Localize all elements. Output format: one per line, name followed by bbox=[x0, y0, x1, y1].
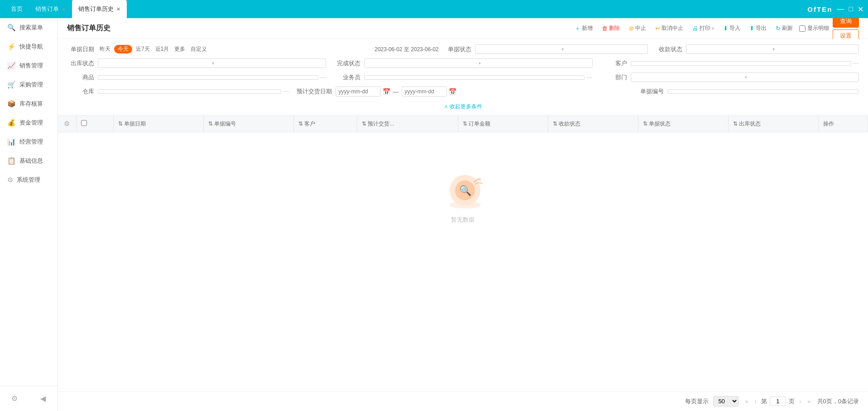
delivery-date-end-cal[interactable]: 📅 bbox=[449, 88, 456, 95]
salesperson-select[interactable] bbox=[364, 75, 585, 80]
window-minimize[interactable]: — bbox=[837, 5, 844, 13]
collapse-conditions[interactable]: ∧ 收起更多条件 bbox=[67, 101, 859, 112]
warehouse-select[interactable] bbox=[98, 89, 281, 94]
customer-select[interactable] bbox=[631, 61, 851, 66]
doc-no-input[interactable] bbox=[667, 89, 859, 94]
col-date-header[interactable]: ⇅ 单据日期 bbox=[113, 116, 203, 132]
sort-customer[interactable]: ⇅ 客户 bbox=[298, 120, 353, 128]
filter-item-date: 单据日期 昨天 今天 近7天 近1月 更多 自定义 bbox=[67, 45, 373, 53]
import-button[interactable]: ⬇ 导入 bbox=[720, 23, 743, 34]
goods-dots[interactable]: ··· bbox=[320, 73, 326, 82]
complete-status-label: 完成状态 bbox=[333, 59, 360, 68]
col-doc-no-header[interactable]: ⇅ 单据编号 bbox=[203, 116, 293, 132]
dept-select[interactable]: ▾ bbox=[631, 73, 859, 82]
sort-amount[interactable]: ⇅ 订单金额 bbox=[463, 120, 543, 128]
new-icon: ＋ bbox=[575, 24, 580, 33]
date-btn-yesterday[interactable]: 昨天 bbox=[98, 45, 112, 53]
filter-row-3: 商品 ··· 业务员 ··· 部门 bbox=[67, 73, 859, 82]
delivery-date-end[interactable] bbox=[402, 87, 447, 97]
doc-status-select[interactable]: ▾ bbox=[475, 44, 648, 54]
per-page-select[interactable]: 50 10 20 100 bbox=[713, 396, 739, 406]
sort-date[interactable]: ⇅ 单据日期 bbox=[118, 120, 199, 128]
select-all-checkbox[interactable] bbox=[81, 120, 87, 126]
cancel-stop-button[interactable]: ↩ 取消中止 bbox=[652, 23, 686, 34]
delivery-date-control: 📅 — 📅 bbox=[336, 87, 630, 97]
page-last-btn[interactable]: » bbox=[806, 397, 812, 406]
new-button[interactable]: ＋ 新增 bbox=[572, 23, 595, 34]
dept-label: 部门 bbox=[600, 73, 627, 82]
sidebar-item-sys-mgmt[interactable]: ⚙ 系统管理 bbox=[0, 170, 58, 189]
sidebar-item-sales-mgmt[interactable]: 📈 销售管理 bbox=[0, 56, 58, 75]
sidebar-item-inventory[interactable]: 📦 库存核算 bbox=[0, 94, 58, 113]
receipt-status-select[interactable]: ▾ bbox=[686, 44, 859, 54]
page-next-btn[interactable]: › bbox=[797, 397, 803, 406]
delivery-date-start-cal[interactable]: 📅 bbox=[383, 88, 390, 95]
page-first-btn[interactable]: « bbox=[743, 397, 750, 406]
date-btn-more[interactable]: 更多 bbox=[173, 45, 187, 53]
sidebar-item-finance[interactable]: 💰 资金管理 bbox=[0, 113, 58, 132]
goods-select[interactable] bbox=[98, 75, 318, 80]
filter-item-salesperson: 业务员 ··· bbox=[333, 73, 592, 82]
empty-image: 🔍 bbox=[442, 169, 483, 209]
sort-doc-no[interactable]: ⇅ 单据编号 bbox=[208, 120, 289, 128]
sidebar-item-search-menu[interactable]: 🔍 搜索菜单 bbox=[0, 18, 58, 37]
sidebar-item-purchase-mgmt[interactable]: 🛒 采购管理 bbox=[0, 75, 58, 94]
col-receipt-status-header[interactable]: ⇅ 收款状态 bbox=[548, 116, 638, 132]
operations-icon: 📊 bbox=[7, 138, 16, 146]
col-customer-text: 客户 bbox=[304, 120, 315, 128]
print-button[interactable]: 🖨 打印 ▾ bbox=[690, 23, 717, 34]
warehouse-dots[interactable]: ··· bbox=[283, 87, 289, 96]
window-close[interactable]: ✕ bbox=[858, 5, 863, 14]
col-date-label: ⇅ bbox=[118, 121, 123, 127]
sidebar-settings-btn[interactable]: ⚙ bbox=[0, 391, 29, 406]
empty-state: 🔍 暂无数据 bbox=[58, 132, 868, 260]
tab-sales-history[interactable]: 销售订单历史 ✕ bbox=[72, 0, 127, 18]
col-warehouse-status-header[interactable]: ⇅ 出库状态 bbox=[728, 116, 818, 132]
page-number-input[interactable] bbox=[770, 396, 786, 406]
sort-delivery[interactable]: ⇅ 预计交货... bbox=[362, 120, 453, 128]
sidebar-item-operations[interactable]: 📊 经营管理 bbox=[0, 132, 58, 151]
salesperson-dots[interactable]: ··· bbox=[586, 73, 592, 82]
col-doc-status-header[interactable]: ⇅ 单据状态 bbox=[638, 116, 729, 132]
delete-button[interactable]: 🗑 删除 bbox=[599, 23, 623, 34]
table-footer: 每页显示 50 10 20 100 « ‹ 第 页 › » 共0页，0条记录 bbox=[58, 391, 868, 411]
show-detail-checkbox[interactable] bbox=[799, 25, 806, 32]
col-doc-no-sort: ⇅ bbox=[208, 121, 213, 127]
refresh-button[interactable]: ↻ 刷新 bbox=[773, 23, 796, 34]
tab-sales-order[interactable]: 销售订单 ✕ bbox=[29, 0, 72, 18]
tab-sales-history-close[interactable]: ✕ bbox=[116, 6, 120, 12]
sidebar-item-quick-nav[interactable]: ⚡ 快捷导航 bbox=[0, 37, 58, 56]
col-receipt-sort: ⇅ bbox=[553, 121, 557, 127]
customer-dots[interactable]: ··· bbox=[853, 59, 859, 68]
date-btn-custom[interactable]: 自定义 bbox=[189, 45, 209, 53]
date-btn-1month[interactable]: 近1月 bbox=[153, 45, 171, 53]
sort-receipt-status[interactable]: ⇅ 收款状态 bbox=[553, 120, 633, 128]
tab-sales-order-close[interactable]: ✕ bbox=[62, 6, 66, 12]
col-customer-header[interactable]: ⇅ 客户 bbox=[293, 116, 357, 132]
tab-home[interactable]: 首页 bbox=[5, 0, 29, 18]
col-amount-header[interactable]: ⇅ 订单金额 bbox=[458, 116, 548, 132]
date-buttons: 昨天 今天 近7天 近1月 更多 自定义 bbox=[98, 45, 209, 53]
delivery-date-label: 预计交货日期 bbox=[297, 87, 332, 96]
sort-warehouse-status[interactable]: ⇅ 出库状态 bbox=[733, 120, 814, 128]
query-button[interactable]: 查询 bbox=[833, 18, 859, 28]
sidebar-item-basic-info[interactable]: 📋 基础信息 bbox=[0, 151, 58, 170]
sidebar-toggle-btn[interactable]: ◀ bbox=[29, 391, 58, 406]
sort-doc-status[interactable]: ⇅ 单据状态 bbox=[643, 120, 724, 128]
stop-button[interactable]: ⊘ 中止 bbox=[626, 23, 649, 34]
filter-item-customer: 客户 ··· bbox=[600, 59, 859, 68]
date-btn-today[interactable]: 今天 bbox=[114, 45, 132, 53]
window-maximize[interactable]: □ bbox=[849, 5, 853, 13]
complete-status-select[interactable]: ▾ bbox=[364, 58, 592, 68]
delivery-date-start[interactable] bbox=[336, 87, 381, 97]
date-btn-7days[interactable]: 近7天 bbox=[134, 45, 152, 53]
table-wrapper: ⚙ ⇅ 单据日期 ⇅ bbox=[58, 116, 868, 391]
date-label: 单据日期 bbox=[67, 45, 94, 53]
col-delivery-header[interactable]: ⇅ 预计交货... bbox=[357, 116, 458, 132]
export-button[interactable]: ⬆ 导出 bbox=[747, 23, 769, 34]
col-delivery-sort: ⇅ bbox=[362, 121, 366, 127]
show-detail-control[interactable]: 显示明细 bbox=[799, 24, 829, 32]
page-prev-btn[interactable]: ‹ bbox=[753, 397, 758, 406]
warehouse-status-select[interactable]: ▾ bbox=[98, 58, 326, 68]
table-settings-icon[interactable]: ⚙ bbox=[64, 120, 70, 127]
